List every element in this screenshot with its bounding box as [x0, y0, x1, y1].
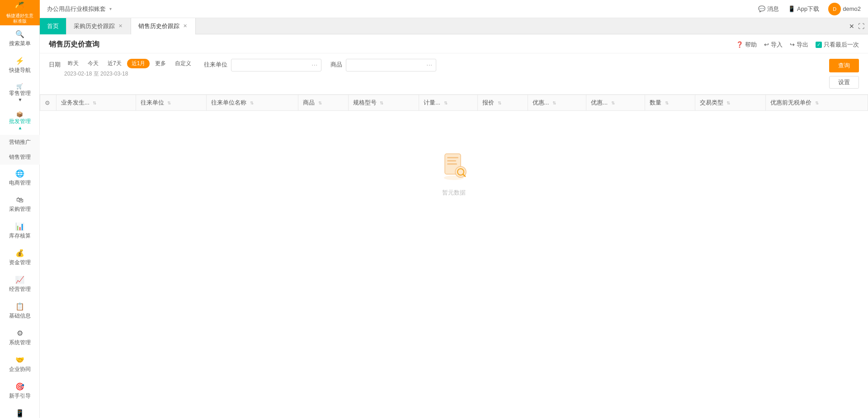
topbar: 办公用品行业模拟账套 ▾ 💬 消息 📱 App下载 D demo2 [40, 0, 868, 18]
tabbar-actions: ✕ ⛶ [849, 23, 868, 30]
user-profile[interactable]: D demo2 [828, 3, 861, 15]
th-quantity-label: 数量 [650, 99, 661, 106]
sidebar-item-purchase[interactable]: 🛍 采购管理 [0, 191, 40, 218]
sidebar-item-search[interactable]: 🔍 搜索菜单 [0, 25, 40, 52]
sort-discount1-icon: ⇅ [552, 100, 556, 105]
th-partner-name[interactable]: 往来单位名称 ⇅ [207, 95, 298, 111]
partner-filter-label: 往来单位 [204, 59, 227, 69]
th-biz-date[interactable]: 业务发生... ⇅ [57, 95, 136, 111]
topbar-right: 💬 消息 📱 App下载 D demo2 [758, 3, 861, 15]
sidebar-item-guide[interactable]: 🎯 新手引导 [0, 378, 40, 404]
date-option-custom[interactable]: 自定义 [171, 59, 195, 68]
close-window-icon[interactable]: ✕ [849, 23, 854, 30]
import-button[interactable]: ↩ 导入 [764, 41, 783, 49]
th-quantity[interactable]: 数量 ⇅ [645, 95, 695, 111]
sort-trade-type-icon: ⇅ [726, 100, 730, 105]
th-pretax-price[interactable]: 优惠前无税单价 ⇅ [766, 95, 868, 111]
sidebar-item-system[interactable]: ⚙ 系统管理 [0, 324, 40, 351]
th-discount2[interactable]: 优惠... ⇅ [586, 95, 645, 111]
finance-icon: 💰 [15, 249, 24, 257]
th-trade-type-label: 交易类型 [700, 99, 723, 106]
sort-quantity-icon: ⇅ [665, 100, 669, 105]
th-discount1[interactable]: 优惠... ⇅ [528, 95, 586, 111]
query-button[interactable]: 查询 [829, 59, 859, 72]
settings-button[interactable]: 设置 [829, 76, 859, 89]
date-option-7days[interactable]: 近7天 [104, 59, 125, 68]
user-name-label: demo2 [843, 5, 861, 12]
dropdown-arrow-icon[interactable]: ▾ [109, 6, 112, 11]
help-icon: ❓ [736, 41, 743, 48]
th-gear: ⚙ [40, 95, 57, 111]
product-input[interactable]: ··· [346, 59, 436, 71]
th-price-label: 报价 [482, 99, 494, 106]
export-button[interactable]: ↪ 导出 [790, 41, 808, 49]
apps-icon: 📱 [15, 409, 24, 418]
th-trade-type[interactable]: 交易类型 ⇅ [695, 95, 766, 111]
table-area: ⚙ 业务发生... ⇅ 往来单位 ⇅ 往来单位名称 ⇅ [40, 95, 868, 418]
sidebar-item-operations[interactable]: 📈 经营管理 [0, 271, 40, 298]
retail-arrow-icon: ▼ [18, 97, 23, 102]
shortcut-icon: ⚡ [15, 57, 24, 65]
sidebar-item-basic-info[interactable]: 📋 基础信息 [0, 298, 40, 324]
sidebar-item-enterprise[interactable]: 🤝 企业协同 [0, 351, 40, 378]
partner-input[interactable]: ··· [231, 59, 321, 71]
app-download-button[interactable]: 📱 App下载 [788, 5, 819, 13]
message-button[interactable]: 💬 消息 [758, 5, 779, 13]
topbar-left: 办公用品行业模拟账套 ▾ [47, 5, 112, 13]
tab-sales-close-icon[interactable]: ✕ [182, 22, 188, 30]
date-filter-group: 日期 昨天 今天 近7天 近1月 更多 自定义 2023-02-18 至 202… [49, 59, 195, 78]
sidebar-salesmgmt-label: 销售管理 [9, 153, 31, 161]
page-header: 销售历史价查询 ❓ 帮助 ↩ 导入 ↪ 导出 ✓ 只看最后一次 [40, 34, 868, 53]
sidebar-wholesale-label: 批发管理 [9, 118, 31, 125]
sidebar-finance-label: 资金管理 [9, 259, 31, 266]
help-button[interactable]: ❓ 帮助 [736, 41, 757, 49]
sidebar-item-finance[interactable]: 💰 资金管理 [0, 244, 40, 271]
sidebar-item-ecommerce[interactable]: 🌐 电商管理 [0, 165, 40, 191]
tab-home[interactable]: 首页 [40, 18, 66, 34]
th-product-label: 商品 [303, 99, 315, 106]
date-option-1month[interactable]: 近1月 [127, 59, 150, 68]
sidebar-item-sales-mgmt[interactable]: 销售管理 [0, 150, 40, 165]
sort-price-icon: ⇅ [498, 100, 501, 105]
tab-purchase-history[interactable]: 采购历史价跟踪 ✕ [66, 18, 131, 34]
logo-subtitle: 标准版 [13, 19, 27, 24]
product-filter-group: 商品 ··· [330, 59, 436, 71]
sidebar-item-apps[interactable]: 📱 应用中心 [0, 404, 40, 418]
date-option-more[interactable]: 更多 [151, 59, 170, 68]
th-partner-code-label: 往来单位 [141, 99, 164, 106]
app-logo: 🍊 畅捷通好生意 标准版 [0, 0, 40, 25]
sidebar-item-marketing[interactable]: 营销推广 [0, 135, 40, 150]
sort-partner-name-icon: ⇅ [250, 100, 254, 105]
sidebar-item-inventory[interactable]: 📊 库存核算 [0, 218, 40, 244]
th-partner-code[interactable]: 往来单位 ⇅ [136, 95, 207, 111]
th-discount2-label: 优惠... [591, 99, 608, 106]
sort-spec-icon: ⇅ [380, 100, 383, 105]
inventory-icon: 📊 [15, 222, 24, 231]
th-unit[interactable]: 计量... ⇅ [419, 95, 478, 111]
th-price[interactable]: 报价 ⇅ [477, 95, 528, 111]
maximize-window-icon[interactable]: ⛶ [858, 23, 864, 30]
tab-sales-history[interactable]: 销售历史价跟踪 ✕ [131, 18, 196, 34]
th-pretax-price-label: 优惠前无税单价 [770, 99, 811, 106]
tabbar: 首页 采购历史价跟踪 ✕ 销售历史价跟踪 ✕ ✕ ⛶ [40, 18, 868, 34]
empty-state: 暂元数据 [40, 111, 868, 233]
date-option-yesterday[interactable]: 昨天 [64, 59, 82, 68]
tab-purchase-close-icon[interactable]: ✕ [118, 22, 123, 30]
sidebar-item-retail[interactable]: 🛒 零售管理 ▼ [0, 79, 40, 107]
sidebar-item-wholesale[interactable]: 📦 批发管理 ▲ [0, 107, 40, 135]
system-icon: ⚙ [17, 329, 23, 337]
logo-text: 畅捷通好生意 [6, 13, 33, 19]
date-range-display: 2023-02-18 至 2023-03-18 [64, 70, 195, 78]
only-last-checkbox[interactable]: ✓ 只看最后一次 [816, 41, 859, 49]
help-label: 帮助 [745, 41, 757, 49]
sort-product-icon: ⇅ [318, 100, 322, 105]
column-settings-icon[interactable]: ⚙ [45, 100, 50, 106]
export-icon: ↪ [790, 41, 795, 48]
sidebar-system-label: 系统管理 [9, 339, 31, 347]
date-option-today[interactable]: 今天 [84, 59, 102, 68]
th-spec[interactable]: 规格型号 ⇅ [348, 95, 419, 111]
sidebar-item-shortcut[interactable]: ⚡ 快捷导航 [0, 52, 40, 79]
th-product[interactable]: 商品 ⇅ [298, 95, 348, 111]
svg-rect-2 [447, 157, 458, 158]
checkbox-checked-icon: ✓ [816, 42, 822, 48]
